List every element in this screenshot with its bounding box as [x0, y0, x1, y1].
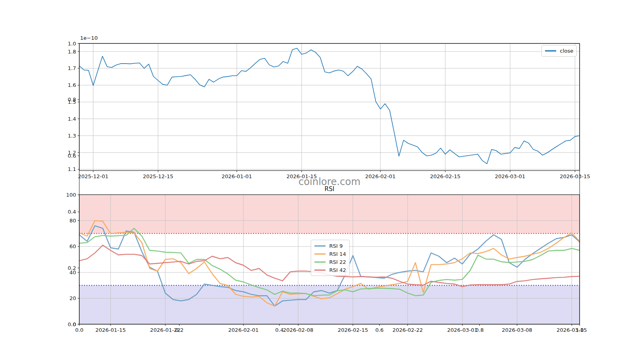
- svg-text:1.6: 1.6: [68, 82, 76, 88]
- rsi-9-line-swatch: [314, 245, 326, 247]
- svg-text:0.0: 0.0: [68, 321, 76, 327]
- svg-text:0.2: 0.2: [175, 327, 184, 333]
- legend-label-rsi-42: RSI 42: [329, 267, 346, 273]
- svg-text:0.6: 0.6: [68, 153, 76, 159]
- close-line-swatch: [545, 50, 556, 51]
- legend-item-close: close: [545, 47, 573, 55]
- svg-text:2026-02-08: 2026-02-08: [283, 327, 314, 333]
- rsi-legend: RSI 9 RSI 14 RSI 22 RSI 42: [311, 240, 350, 276]
- legend-label-rsi-14: RSI 14: [329, 251, 346, 257]
- svg-text:1.7: 1.7: [68, 65, 76, 71]
- svg-text:2026-02-15: 2026-02-15: [338, 327, 368, 333]
- svg-text:100: 100: [66, 192, 76, 198]
- y-axis-offset-label: 1e−10: [80, 35, 98, 41]
- rsi-14-line-swatch: [314, 253, 326, 255]
- legend-item-rsi-22: RSI 22: [314, 258, 346, 266]
- svg-text:1.3: 1.3: [68, 133, 76, 139]
- legend-item-rsi-14: RSI 14: [314, 250, 346, 258]
- svg-text:2026-01-15: 2026-01-15: [95, 327, 126, 333]
- svg-text:1.8: 1.8: [68, 49, 76, 55]
- svg-text:2026-03-08: 2026-03-08: [502, 327, 533, 333]
- svg-text:0.2: 0.2: [68, 265, 76, 271]
- svg-text:2026-03-01: 2026-03-01: [447, 327, 478, 333]
- legend-label-rsi-22: RSI 22: [329, 259, 346, 265]
- svg-text:0.8: 0.8: [68, 97, 76, 103]
- price-legend: close: [541, 45, 577, 57]
- svg-text:0.4: 0.4: [275, 327, 284, 333]
- rsi-22-line-swatch: [314, 261, 326, 263]
- svg-text:60: 60: [69, 243, 76, 249]
- svg-text:0.8: 0.8: [475, 327, 484, 333]
- svg-text:0.4: 0.4: [68, 209, 76, 215]
- legend-item-rsi-42: RSI 42: [314, 266, 346, 274]
- legend-label-close: close: [560, 48, 573, 54]
- svg-text:1.0: 1.0: [68, 41, 76, 47]
- rsi-chart-title: RSI: [79, 185, 580, 193]
- svg-text:1.0: 1.0: [576, 327, 584, 333]
- svg-text:2026-02-01: 2026-02-01: [228, 327, 259, 333]
- svg-text:1.4: 1.4: [68, 116, 76, 122]
- rsi-42-line-swatch: [314, 269, 326, 271]
- svg-text:80: 80: [69, 218, 76, 224]
- legend-label-rsi-9: RSI 9: [329, 243, 343, 249]
- svg-text:2026-02-22: 2026-02-22: [392, 327, 423, 333]
- svg-text:1.1: 1.1: [68, 166, 76, 172]
- svg-text:0.0: 0.0: [75, 327, 84, 333]
- svg-text:20: 20: [69, 295, 76, 301]
- svg-text:0.6: 0.6: [375, 327, 384, 333]
- chart-figure: 1.11.21.31.41.51.61.71.82025-12-012025-1…: [0, 0, 644, 362]
- legend-item-rsi-9: RSI 9: [314, 242, 346, 250]
